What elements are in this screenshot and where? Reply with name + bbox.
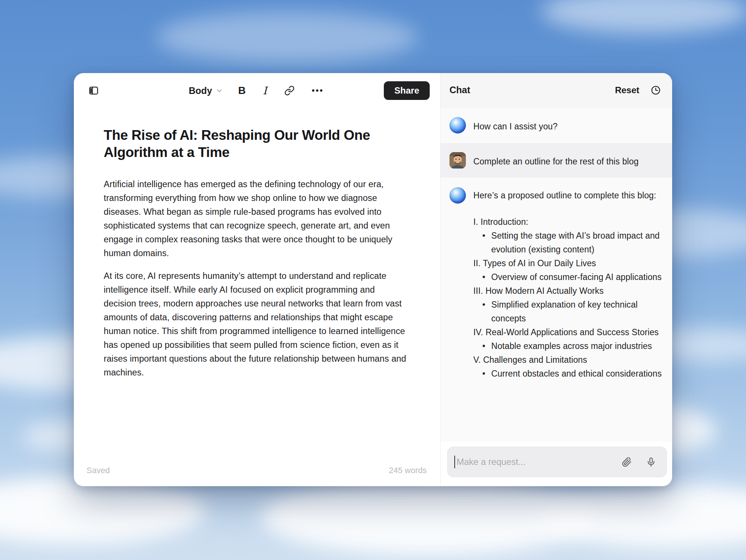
italic-button[interactable]: I — [261, 83, 269, 98]
document-paragraph[interactable]: At its core, AI represents humanity’s at… — [104, 269, 408, 380]
outline-heading: V. Challenges and Limitations — [473, 353, 665, 367]
outline-bullet: Simplified explanation of key technical … — [473, 298, 665, 325]
user-avatar — [449, 152, 466, 169]
sidebar-toggle-button[interactable] — [87, 84, 101, 98]
chat-panel: Chat Reset — [440, 73, 672, 486]
document-content[interactable]: The Rise of AI: Reshaping Our World One … — [74, 108, 440, 380]
attach-file-button[interactable] — [620, 456, 633, 469]
outline-heading: I. Introduction: — [473, 215, 665, 229]
voice-input-button[interactable] — [645, 456, 658, 469]
outline-intro: Here’s a proposed outline to complete th… — [473, 189, 665, 202]
paperclip-icon — [622, 457, 632, 467]
reset-button[interactable]: Reset — [615, 85, 639, 95]
outline-bullet: Overview of consumer-facing AI applicati… — [473, 270, 665, 284]
outline-heading: III. How Modern AI Actually Works — [473, 284, 665, 298]
paragraph-style-label: Body — [189, 85, 212, 96]
assistant-orb-avatar — [449, 187, 466, 204]
link-button[interactable] — [283, 84, 296, 97]
bold-button[interactable]: B — [237, 83, 247, 98]
chat-outline-message: Here’s a proposed outline to complete th… — [473, 187, 665, 381]
clock-icon — [651, 85, 661, 95]
assistant-orb-avatar — [449, 117, 466, 133]
chat-message-text: Complete an outline for the rest of this… — [473, 152, 639, 169]
document-title[interactable]: The Rise of AI: Reshaping Our World One … — [104, 127, 408, 161]
outline-list: I. Introduction: Setting the stage with … — [473, 215, 665, 381]
chat-message-text: How can I assist you? — [473, 117, 558, 133]
document-paragraph[interactable]: Artificial intelligence has emerged as t… — [104, 177, 408, 260]
outline-bullet: Current obstacles and ethical considerat… — [473, 367, 665, 381]
request-input-container[interactable] — [447, 447, 667, 477]
more-options-button[interactable]: ••• — [310, 84, 325, 97]
outline-bullet: Notable examples across major industries — [473, 339, 665, 353]
panel-left-icon — [88, 85, 99, 96]
chat-header: Chat Reset — [441, 73, 672, 107]
chevron-down-icon — [216, 87, 223, 94]
outline-heading: II. Types of AI in Our Daily Lives — [473, 257, 665, 270]
desktop-background: Body B I — [0, 0, 746, 560]
outline-heading: IV. Real-World Applications and Success … — [473, 325, 665, 339]
editor-statusbar: Saved 245 words — [74, 462, 440, 486]
save-status: Saved — [87, 466, 110, 475]
editor-pane: Body B I — [74, 73, 440, 486]
chat-input-bar — [441, 441, 672, 486]
chat-message-list[interactable]: How can I assist you? — [441, 107, 672, 441]
editor-toolbar: Body B I — [74, 73, 440, 108]
request-input[interactable] — [455, 457, 620, 467]
word-count: 245 words — [389, 466, 427, 475]
chat-message-assistant: How can I assist you? — [441, 107, 672, 143]
chat-message-assistant-outline: Here’s a proposed outline to complete th… — [441, 177, 672, 390]
paragraph-style-dropdown[interactable]: Body — [189, 85, 223, 96]
share-button[interactable]: Share — [384, 81, 430, 100]
link-icon — [284, 85, 295, 96]
chat-title: Chat — [449, 85, 470, 95]
history-button[interactable] — [649, 84, 662, 97]
microphone-icon — [646, 457, 656, 467]
document-body: Artificial intelligence has emerged as t… — [104, 177, 408, 380]
chat-message-user: Complete an outline for the rest of this… — [441, 143, 672, 177]
outline-bullet: Setting the stage with AI’s broad impact… — [473, 229, 665, 257]
app-window: Body B I — [74, 73, 672, 486]
